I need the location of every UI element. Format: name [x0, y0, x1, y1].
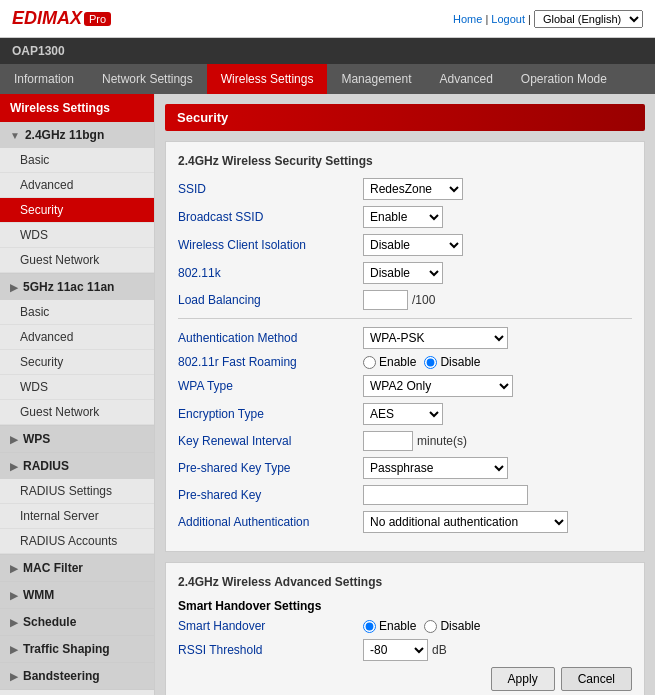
nav-management[interactable]: Management	[327, 64, 425, 94]
apply-button[interactable]: Apply	[491, 667, 555, 691]
sidebar-heading-mac[interactable]: ▶MAC Filter	[0, 555, 154, 581]
arrow-icon-bandsteering: ▶	[10, 671, 18, 682]
smart-handover-enable-label[interactable]: Enable	[363, 619, 416, 633]
sidebar: Wireless Settings ▼2.4GHz 11bgn Basic Ad…	[0, 94, 155, 695]
sidebar-item-advanced-24[interactable]: Advanced	[0, 173, 154, 198]
psk-type-label: Pre-shared Key Type	[178, 461, 363, 475]
smart-handover-label: Smart Handover	[178, 619, 363, 633]
security-card: 2.4GHz Wireless Security Settings SSID R…	[165, 141, 645, 552]
broadcast-ssid-row: Broadcast SSID Enable Disable	[178, 206, 632, 228]
load-balancing-input[interactable]: 100	[363, 290, 408, 310]
layout: Wireless Settings ▼2.4GHz 11bgn Basic Ad…	[0, 94, 655, 695]
sidebar-item-advanced-5[interactable]: Advanced	[0, 325, 154, 350]
smart-handover-radio-group: Enable Disable	[363, 619, 480, 633]
add-auth-select[interactable]: No additional authentication RADIUS MAC …	[363, 511, 568, 533]
dot11k-select[interactable]: Disable Enable	[363, 262, 443, 284]
sidebar-section-24ghz: ▼2.4GHz 11bgn Basic Advanced Security WD…	[0, 122, 154, 274]
sidebar-section-5ghz: ▶5GHz 11ac 11an Basic Advanced Security …	[0, 274, 154, 426]
sidebar-section-schedule: ▶Schedule	[0, 609, 154, 636]
sidebar-heading-radius[interactable]: ▶RADIUS	[0, 453, 154, 479]
logo: EDIMAX Pro	[12, 8, 111, 29]
add-auth-row: Additional Authentication No additional …	[178, 511, 632, 533]
sidebar-item-wds-24[interactable]: WDS	[0, 223, 154, 248]
encryption-row: Encryption Type AES TKIP TKIP+AES	[178, 403, 632, 425]
sidebar-item-basic-24[interactable]: Basic	[0, 148, 154, 173]
sidebar-main-label: Wireless Settings	[0, 94, 154, 122]
sidebar-item-radius-accounts[interactable]: RADIUS Accounts	[0, 529, 154, 554]
ssid-select[interactable]: RedesZone	[363, 178, 463, 200]
load-balancing-label: Load Balancing	[178, 293, 363, 307]
wpa-type-select[interactable]: WPA2 Only WPA/WPA2 WPA Only	[363, 375, 513, 397]
sidebar-heading-24ghz[interactable]: ▼2.4GHz 11bgn	[0, 122, 154, 148]
sidebar-section-traffic: ▶Traffic Shaping	[0, 636, 154, 663]
psk-label: Pre-shared Key	[178, 488, 363, 502]
smart-handover-section-label: Smart Handover Settings	[178, 599, 632, 613]
psk-type-select[interactable]: Passphrase Hex	[363, 457, 508, 479]
sidebar-heading-schedule[interactable]: ▶Schedule	[0, 609, 154, 635]
auth-method-row: Authentication Method WPA-PSK WPA-Enterp…	[178, 327, 632, 349]
smart-handover-disable-label[interactable]: Disable	[424, 619, 480, 633]
sidebar-heading-wps[interactable]: ▶WPS	[0, 426, 154, 452]
sidebar-item-wds-5[interactable]: WDS	[0, 375, 154, 400]
broadcast-ssid-select[interactable]: Enable Disable	[363, 206, 443, 228]
nav-network-settings[interactable]: Network Settings	[88, 64, 207, 94]
arrow-icon-schedule: ▶	[10, 617, 18, 628]
key-renewal-label: Key Renewal Interval	[178, 434, 363, 448]
key-renewal-row: Key Renewal Interval 60 minute(s)	[178, 431, 632, 451]
sidebar-section-wps: ▶WPS	[0, 426, 154, 453]
dot11k-label: 802.11k	[178, 266, 363, 280]
smart-handover-disable-radio[interactable]	[424, 620, 437, 633]
sidebar-item-radius-settings[interactable]: RADIUS Settings	[0, 479, 154, 504]
wpa-type-row: WPA Type WPA2 Only WPA/WPA2 WPA Only	[178, 375, 632, 397]
fast-roaming-disable-radio[interactable]	[424, 356, 437, 369]
rssi-select[interactable]: -80 -75 -70 -65	[363, 639, 428, 661]
logo-pro-badge: Pro	[84, 12, 111, 26]
smart-handover-enable-radio[interactable]	[363, 620, 376, 633]
sidebar-item-internal-server[interactable]: Internal Server	[0, 504, 154, 529]
psk-input[interactable]: RedesZone_2019	[363, 485, 528, 505]
home-link[interactable]: Home	[453, 13, 482, 25]
sidebar-heading-traffic[interactable]: ▶Traffic Shaping	[0, 636, 154, 662]
sidebar-item-basic-5[interactable]: Basic	[0, 300, 154, 325]
sidebar-item-guest-5[interactable]: Guest Network	[0, 400, 154, 425]
cancel-button[interactable]: Cancel	[561, 667, 632, 691]
sidebar-heading-5ghz[interactable]: ▶5GHz 11ac 11an	[0, 274, 154, 300]
key-renewal-input[interactable]: 60	[363, 431, 413, 451]
nav-operation-mode[interactable]: Operation Mode	[507, 64, 621, 94]
sidebar-item-guest-24[interactable]: Guest Network	[0, 248, 154, 273]
arrow-icon-mac: ▶	[10, 563, 18, 574]
key-renewal-unit: minute(s)	[417, 434, 467, 448]
fast-roaming-radio-group: Enable Disable	[363, 355, 480, 369]
auth-method-select[interactable]: WPA-PSK WPA-Enterprise Open System	[363, 327, 508, 349]
load-balancing-max: /100	[412, 293, 435, 307]
arrow-icon-traffic: ▶	[10, 644, 18, 655]
nav-wireless-settings[interactable]: Wireless Settings	[207, 64, 328, 94]
rssi-label: RSSI Threshold	[178, 643, 363, 657]
section-title: Security	[165, 104, 645, 131]
device-nav: OAP1300	[0, 38, 655, 64]
wci-select[interactable]: Disable Enable	[363, 234, 463, 256]
device-name: OAP1300	[12, 44, 65, 58]
arrow-icon-wps: ▶	[10, 434, 18, 445]
sidebar-heading-wmm[interactable]: ▶WMM	[0, 582, 154, 608]
arrow-icon-5ghz: ▶	[10, 282, 18, 293]
logout-link[interactable]: Logout	[491, 13, 525, 25]
main-nav: Information Network Settings Wireless Se…	[0, 64, 655, 94]
nav-information[interactable]: Information	[0, 64, 88, 94]
sidebar-heading-bandsteering[interactable]: ▶Bandsteering	[0, 663, 154, 689]
security-card-title: 2.4GHz Wireless Security Settings	[178, 154, 632, 168]
encryption-select[interactable]: AES TKIP TKIP+AES	[363, 403, 443, 425]
language-select[interactable]: Global (English)	[534, 10, 643, 28]
fast-roaming-enable-radio[interactable]	[363, 356, 376, 369]
fast-roaming-enable-label[interactable]: Enable	[363, 355, 416, 369]
smart-handover-row: Smart Handover Enable Disable	[178, 619, 632, 633]
nav-advanced[interactable]: Advanced	[425, 64, 506, 94]
fast-roaming-row: 802.11r Fast Roaming Enable Disable	[178, 355, 632, 369]
rssi-unit: dB	[432, 643, 447, 657]
fast-roaming-label: 802.11r Fast Roaming	[178, 355, 363, 369]
fast-roaming-disable-label[interactable]: Disable	[424, 355, 480, 369]
sidebar-item-security-5[interactable]: Security	[0, 350, 154, 375]
sidebar-item-security-24[interactable]: Security	[0, 198, 154, 223]
logo-edimax-text: EDIMAX	[12, 8, 82, 29]
footer-buttons: Apply Cancel	[178, 667, 632, 691]
